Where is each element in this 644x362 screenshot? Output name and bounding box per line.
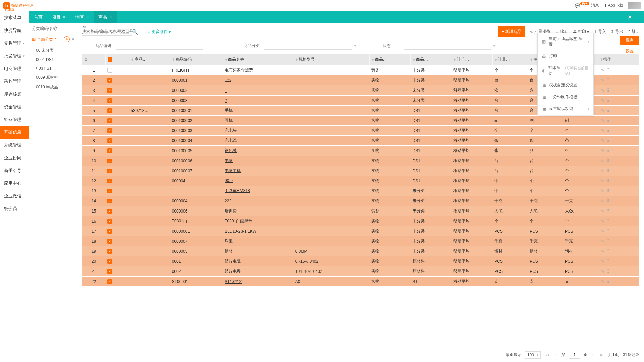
more-row-icon[interactable]: ⠿ — [606, 259, 609, 264]
more-row-icon[interactable]: ⠿ — [606, 169, 609, 173]
product-name-link[interactable]: 2 — [225, 98, 227, 103]
more-row-icon[interactable]: ⠿ — [606, 279, 609, 284]
download-button[interactable]: ⬇ App下载 — [604, 3, 623, 8]
search-icon[interactable]: 🔍 — [132, 29, 138, 35]
product-name-link[interactable]: 手机 — [225, 108, 233, 113]
product-name-link[interactable]: T0301白面黑带 — [225, 219, 252, 223]
row-checkbox[interactable]: ✓ — [107, 88, 112, 93]
table-row[interactable]: 14✓0000004222实物未分类移动平均千克千克千克✎⠿ — [82, 196, 639, 206]
sidebar-item[interactable]: 批发管理▾ — [0, 50, 29, 62]
row-checkbox[interactable]: ✓ — [107, 199, 112, 203]
table-row[interactable]: 15✓0000006培训费劳务未分类移动平均人/次人/次人/次✎⠿ — [82, 206, 639, 216]
edit-row-icon[interactable]: ✎ — [601, 219, 604, 224]
table-row[interactable]: 9✓000100005钢化膜实物DS1移动平均张张张✎⠿ — [82, 146, 639, 156]
sidebar-item[interactable]: 库存核算 — [0, 88, 29, 101]
more-row-icon[interactable]: ⠿ — [606, 68, 609, 73]
edit-row-icon[interactable]: ✎ — [601, 159, 604, 163]
sidebar-item[interactable]: 企业微信 — [0, 190, 29, 202]
edit-row-icon[interactable]: ✎ — [601, 169, 604, 173]
row-checkbox[interactable]: ✓ — [107, 179, 112, 183]
row-checkbox[interactable]: ✓ — [107, 279, 112, 284]
edit-row-icon[interactable]: ✎ — [601, 128, 604, 133]
close-icon[interactable]: ✕ — [109, 15, 112, 19]
edit-row-icon[interactable]: ✎ — [601, 279, 604, 284]
sidebar-item[interactable]: 畅会员 — [0, 202, 29, 215]
table-row[interactable]: 22✓ST00001ST1.6*12A0实物ST移动平均支支支✎⠿ — [82, 277, 639, 287]
product-name-link[interactable]: 耳机 — [225, 118, 233, 123]
sidebar-item[interactable]: 系统管理 — [0, 139, 29, 152]
category-search-input[interactable] — [32, 26, 82, 31]
edit-row-icon[interactable]: ✎ — [601, 78, 604, 83]
more-row-icon[interactable]: ⠿ — [606, 189, 609, 193]
more-row-icon[interactable]: ⠿ — [606, 199, 609, 203]
filter-cat-input[interactable] — [264, 42, 352, 50]
row-checkbox[interactable]: ✓ — [107, 108, 112, 113]
more-row-icon[interactable]: ⠿ — [606, 159, 609, 163]
col-header[interactable]: ▲▼商品名称 — [223, 54, 293, 65]
col-header[interactable]: ▲▼规格型号 — [293, 54, 369, 65]
more-row-icon[interactable]: ⠿ — [606, 108, 609, 113]
row-checkbox[interactable]: ✓ — [107, 209, 112, 214]
collapse-panel-icon[interactable]: « — [72, 36, 74, 42]
product-name-link[interactable]: 充电头 — [225, 128, 237, 133]
product-name-link[interactable]: 电脑 — [225, 158, 233, 163]
table-row[interactable]: 13✓1工具车HM318实物未分类移动平均个个个✎⠿ — [82, 186, 639, 196]
dropdown-item[interactable]: 🖶打印 — [538, 50, 593, 62]
dropdown-item[interactable]: ▦设置默认功能▾ — [538, 103, 593, 115]
col-header[interactable]: ▲▼计量… — [492, 54, 528, 65]
sidebar-item[interactable]: 新手引导 — [0, 164, 29, 177]
sidebar-item[interactable]: 资金管理 — [0, 101, 29, 113]
row-checkbox[interactable]: ✓ — [107, 138, 112, 143]
category-item[interactable]: 03 FS1 — [29, 64, 77, 73]
sidebar-item[interactable]: 企业协同 — [0, 152, 29, 164]
query-button[interactable]: 查询 — [620, 36, 639, 45]
col-header[interactable]: ▲▼商品… — [411, 54, 451, 65]
table-row[interactable]: 20✓0001贴片电阻0R±5% 0402实物原材料移动平均PCSPCSPCS✎… — [82, 256, 639, 266]
row-checkbox[interactable]: ✓ — [107, 219, 112, 224]
sidebar-item[interactable]: 基础信息 — [0, 126, 29, 139]
row-checkbox[interactable]: ✓ — [107, 239, 112, 244]
more-row-icon[interactable]: ⠿ — [606, 179, 609, 183]
edit-row-icon[interactable]: ✎ — [601, 249, 604, 254]
product-name-link[interactable]: 贴片电阻 — [225, 259, 241, 263]
table-row[interactable]: 19✓0000005钢材0.8MM实物未分类移动平均钢材钢材钢材✎⠿ — [82, 246, 639, 256]
product-name-link[interactable]: 1 — [225, 88, 227, 93]
more-row-icon[interactable]: ⠿ — [606, 88, 609, 93]
row-checkbox[interactable]: ✓ — [107, 78, 112, 83]
help-action[interactable]: ?帮助 — [628, 29, 639, 35]
table-row[interactable]: 11✓000100007电脑主机实物DS1移动平均台台台✎⠿ — [82, 166, 639, 176]
edit-row-icon[interactable]: ✎ — [601, 189, 604, 193]
sidebar-item[interactable]: 采购管理 — [0, 75, 29, 88]
row-checkbox[interactable]: ✓ — [107, 128, 112, 133]
category-header[interactable]: ▦ 全部分类 ↻ ✎ « — [29, 34, 77, 44]
table-row[interactable]: 21✓0002贴片电容104±10% 0402实物原材料移动平均PCSPCSPC… — [82, 266, 639, 277]
tab[interactable]: 首页 — [29, 11, 47, 23]
product-name-link[interactable]: BLD10-23-1.1KW — [225, 229, 256, 234]
filter-code-input[interactable] — [116, 42, 203, 50]
last-page-icon[interactable]: ⏭ — [598, 353, 605, 357]
row-checkbox[interactable]: ✓ — [107, 98, 112, 103]
next-page-icon[interactable]: › — [591, 353, 595, 357]
row-checkbox[interactable]: ✓ — [107, 148, 112, 153]
col-header[interactable]: ▲▼计价… — [451, 54, 492, 65]
more-row-icon[interactable]: ⠿ — [606, 98, 609, 103]
tab[interactable]: 项目✕ — [47, 11, 70, 23]
table-row[interactable]: 6✓000100002耳机实物DS1移动平均副副副✎⠿ — [82, 116, 639, 126]
product-name-link[interactable]: 90小 — [225, 178, 233, 183]
product-name-link[interactable]: 工具车HM318 — [225, 188, 250, 193]
filter-state-input[interactable] — [404, 42, 491, 50]
more-row-icon[interactable]: ⠿ — [606, 128, 609, 133]
sidebar-item[interactable]: 快捷导航 — [0, 24, 29, 37]
more-row-icon[interactable]: ⠿ — [606, 229, 609, 234]
product-name-link[interactable]: ST1.6*12 — [225, 279, 241, 284]
table-row[interactable]: 12✓00000490小实物DS1移动平均个个个✎⠿ — [82, 176, 639, 186]
edit-row-icon[interactable]: ✎ — [601, 88, 604, 93]
col-header[interactable]: ▲▼商品编码 — [170, 54, 223, 65]
chevron-down-icon[interactable]: ▾ — [354, 44, 356, 48]
product-name-link[interactable]: 钢材 — [225, 249, 233, 253]
more-row-icon[interactable]: ⠿ — [606, 249, 609, 254]
import-action[interactable]: ↥导入 — [594, 29, 606, 35]
page-input[interactable] — [569, 351, 580, 359]
edit-row-icon[interactable]: ✎ — [601, 118, 604, 123]
sidebar-item[interactable]: 零售管理▾ — [0, 37, 29, 50]
